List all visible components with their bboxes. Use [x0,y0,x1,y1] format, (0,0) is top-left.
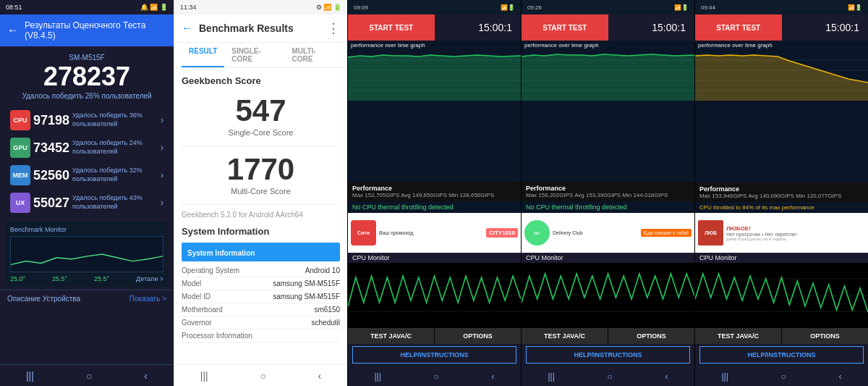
nav-home-5[interactable]: ○ [781,372,786,382]
divider-2 [182,204,340,205]
sysinfo-section-bar: System Information [182,243,340,261]
cpu-throttle-panel-1: 09:09 📶🔋 START TEST 15:00:1 performance … [347,0,521,386]
statusbar-1: 08:51 🔔 📶 🔋 [0,0,174,14]
sysinfo-modelid: Model ID samsung SM-M515F [182,290,340,303]
help-btn-1[interactable]: HELP/INSTRUCTIONS [352,346,516,364]
throttle-status-2: No CPU thermal throttling detected [522,201,694,213]
benchmark-monitor: Benchmark Monitor 25.0° 25.5° 25.5° Дета… [6,222,168,287]
cpu-chart-3 [695,263,868,328]
perf-graph-1: performance over time graph [348,41,521,182]
status-icons-4: 📶🔋 [674,4,689,11]
nav-recent-5[interactable]: ||| [721,372,728,382]
mem-metric[interactable]: MEM 52560 Удалось победить 32% пользоват… [6,162,168,188]
graph-label-1: performance over time graph [348,41,521,50]
nav-back-5[interactable]: ‹ [839,372,842,382]
time-3: 09:09 [354,4,368,11]
nav-back-4[interactable]: ‹ [665,372,668,382]
tab-single-core[interactable]: SINGLE-CORE [224,43,284,67]
throttle-status-1: No CPU thermal throttling detected [348,201,521,213]
nav-back-3[interactable]: ‹ [492,372,495,382]
status-icons-1: 🔔 📶 🔋 [140,4,168,11]
multi-core-block: 1770 Multi-Core Score [182,152,340,196]
gpu-chevron: › [161,143,163,153]
ad-logo-2: DC [524,220,550,246]
geekbench-title: Benchmark Results [199,22,321,34]
bm-footer: 25.0° 25.5° 25.5° Детали > [10,275,163,282]
test-java-btn-2[interactable]: TEST JAVA/C [522,328,608,344]
antutu-score-section: SM-M515F 278237 Удалось победить 26% пол… [0,46,174,104]
desc-show[interactable]: Показать > [129,295,166,303]
bm-title: Benchmark Monitor [10,226,163,233]
cpu-score: 97198 [33,113,69,128]
multi-core-score: 1770 [182,152,340,187]
sysinfo-gov-val: schedutil [312,319,340,327]
navbar-3: ||| ○ ‹ [348,366,521,386]
options-btn-1[interactable]: OPTIONS [435,328,521,344]
cpu-throttle-panel-3: 09:44 📶🔋 START TEST 15:00:1 performance … [694,0,868,386]
nav-recent-1[interactable]: ||| [26,370,34,382]
topbar-4: START TEST 15:00:1 [522,14,694,41]
nav-recent-2[interactable]: ||| [200,370,208,382]
more-menu-icon[interactable]: ⋮ [327,20,340,36]
topbar-3: START TEST 15:00:1 [348,14,521,41]
bottom-buttons-1: TEST JAVA/C OPTIONS [348,328,521,344]
ad-content-3: ЛЮБ ЛЮБОЕ! Нет просрочки • Нет переплат … [695,213,868,253]
gpu-badge: GPU [10,138,30,158]
help-btn-3[interactable]: HELP/INSTRUCTIONS [699,346,864,364]
ux-chevron: › [161,198,163,208]
nav-back-2[interactable]: ‹ [318,370,321,382]
perf-graph-2: performance over time graph [522,41,694,182]
back-arrow-2[interactable]: ← [182,22,193,35]
gpu-score: 73452 [33,140,69,156]
sysinfo-os-val: Android 10 [305,267,340,274]
ad-area-3: ЛЮБ ЛЮБОЕ! Нет просрочки • Нет переплат … [695,213,868,253]
divider-1 [182,146,340,146]
navbar-2: ||| ○ ‹ [174,364,347,386]
options-btn-2[interactable]: OPTIONS [608,328,694,344]
start-test-btn-1[interactable]: START TEST [348,14,435,41]
ad-promo-2: Еда спешит к тебе! [641,229,692,237]
timer-3: 15:00:1 [782,22,869,33]
gpu-metric[interactable]: GPU 73452 Удалось победить 24% пользоват… [6,135,168,161]
nav-home-4[interactable]: ○ [608,372,613,382]
cpu-chevron: › [161,115,163,125]
geekbench-header: ← Benchmark Results ⋮ [174,14,347,43]
nav-recent-3[interactable]: ||| [374,372,380,382]
sysinfo-governor: Governor schedutil [182,316,340,330]
start-test-btn-3[interactable]: START TEST [695,14,782,41]
statusbar-3: 09:09 📶🔋 [348,0,521,14]
start-test-btn-2[interactable]: START TEST [522,14,608,41]
statusbar-4: 09:26 📶🔋 [522,0,694,14]
metrics-list: CPU 97198 Удалось победить 36% пользоват… [0,104,174,219]
test-java-btn-3[interactable]: TEST JAVA/C [695,328,781,344]
back-arrow-1[interactable]: ← [7,24,19,37]
cpu-metric[interactable]: CPU 97198 Удалось победить 36% пользоват… [6,107,168,133]
ad-area-2: DC Delivery Club Еда спешит к тебе! [522,213,694,253]
bm-chart [10,236,163,272]
cpu-monitor-label-1: CPU Monitor [348,253,521,263]
multi-core-label: Multi-Core Score [182,187,340,196]
tab-multi-core[interactable]: MULTI-CORE [285,43,340,67]
svg-marker-15 [522,54,694,101]
sysinfo-proc-key: Processor Information [182,332,252,340]
nav-home-1[interactable]: ○ [86,370,92,382]
nav-home-2[interactable]: ○ [260,370,265,382]
antutu-panel: 08:51 🔔 📶 🔋 ← Результаты Оценочного Тест… [0,0,174,386]
nav-recent-4[interactable]: ||| [548,372,554,382]
nav-back-1[interactable]: ‹ [144,370,148,382]
options-btn-3[interactable]: OPTIONS [782,328,868,344]
nav-home-3[interactable]: ○ [434,372,439,382]
help-btn-2[interactable]: HELP/INSTRUCTIONS [526,346,690,364]
navbar-4: ||| ○ ‹ [522,366,694,386]
test-java-btn-1[interactable]: TEST JAVA/C [348,328,434,344]
cpu-chart-1 [348,263,521,328]
antutu-header: ← Результаты Оценочного Теста (V8.4.5) [0,14,174,46]
status-icons-2: ⚙ 📶 🔋 [316,4,341,11]
ux-metric[interactable]: UX 55027 Удалось победить 43% пользовате… [6,190,168,216]
tab-result[interactable]: RESULT [182,43,224,67]
ad-text-2: Delivery Club [553,230,638,235]
sysinfo-model: Model samsung SM-M515F [182,277,340,290]
bm-detail[interactable]: Детали > [136,275,163,282]
mem-chevron: › [161,170,163,180]
graph-chart-1 [348,50,521,101]
